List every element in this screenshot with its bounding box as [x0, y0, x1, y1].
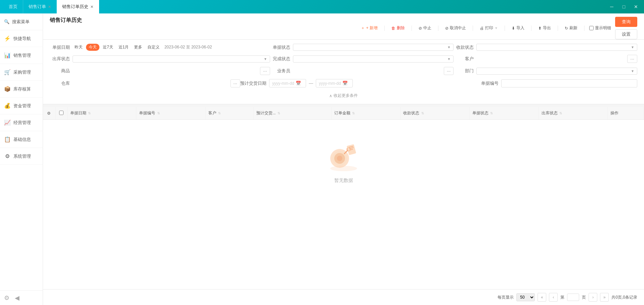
- sidebar-item-purchase-mgmt[interactable]: 🛒 采购管理: [0, 64, 43, 81]
- col-amount-sort[interactable]: ⇅: [352, 111, 355, 115]
- page-title: 销售订单历史: [50, 17, 82, 24]
- delete-btn[interactable]: 🗑 删除: [389, 24, 407, 32]
- doc-status-select[interactable]: ▼: [293, 44, 454, 51]
- tab-sales-order-history-label: 销售订单历史: [62, 4, 88, 10]
- window-max-btn[interactable]: □: [619, 2, 629, 11]
- col-no-sort[interactable]: ⇅: [157, 111, 160, 115]
- date-tab-today[interactable]: 今天: [86, 44, 99, 51]
- filter-row-4: 仓库 ··· 预计交货日期 yyyy-mm-dd 📅 — yyyy: [50, 79, 637, 87]
- col-date-sort[interactable]: ⇅: [88, 111, 91, 115]
- pagination-summary: 共0页,0条记录: [611, 295, 637, 300]
- table-area: ⚙ 单据日期 ⇅ 单据编号 ⇅: [43, 107, 644, 289]
- sidebar-item-finance-label: 资金管理: [13, 103, 31, 109]
- select-all-checkbox[interactable]: [59, 111, 63, 115]
- page-size-select[interactable]: 50 10 20 100: [516, 293, 535, 301]
- date-tab-more[interactable]: 更多: [132, 44, 144, 51]
- col-delivery-sort[interactable]: ⇅: [277, 111, 280, 115]
- query-btn[interactable]: 查询: [615, 17, 637, 27]
- tab-sales-order-history[interactable]: 销售订单历史 ✕: [57, 0, 99, 13]
- col-operation: 操作: [608, 107, 644, 120]
- filter-area: 单据日期 昨天 今天 近7天 近1月 更多 自定义 2023-06-02 至 2…: [43, 40, 644, 104]
- page-last-btn[interactable]: »: [600, 293, 609, 302]
- tab-home[interactable]: 首页: [3, 0, 23, 13]
- sidebar-item-quick-nav[interactable]: ⚡ 快捷导航: [0, 30, 43, 47]
- col-settings[interactable]: ⚙: [43, 107, 55, 120]
- col-payment-sort[interactable]: ⇅: [421, 111, 424, 115]
- settings-btn[interactable]: 设置: [615, 29, 637, 39]
- col-checkbox[interactable]: [55, 107, 67, 120]
- sidebar-collapse-icon[interactable]: ◀: [15, 294, 19, 302]
- sidebar-item-system[interactable]: ⚙ 系统管理: [0, 148, 43, 165]
- tab-sales-order[interactable]: 销售订单 ✕: [23, 0, 57, 13]
- sidebar-item-basic-info-label: 基础信息: [13, 137, 31, 143]
- warehouse-dots-btn[interactable]: ···: [230, 79, 241, 87]
- cancel-stop-btn[interactable]: ⊘ 取消中止: [443, 24, 468, 32]
- collapse-btn[interactable]: ∧ 收起更多条件: [328, 91, 359, 100]
- date-tab-yesterday[interactable]: 昨天: [73, 44, 85, 51]
- dept-caret: ▼: [631, 69, 634, 73]
- print-btn[interactable]: 🖨 打印 ▼: [478, 24, 500, 32]
- tab-sales-order-close[interactable]: ✕: [48, 5, 51, 9]
- order-no-label: 单据编号: [478, 80, 499, 86]
- show-detail-checkbox[interactable]: 显示明细: [589, 25, 611, 31]
- col-delivery-status-sort[interactable]: ⇅: [559, 111, 562, 115]
- filter-complete-status: 完成状态 ▼: [270, 55, 454, 63]
- page-first-btn[interactable]: «: [538, 293, 546, 302]
- date-tabs: 昨天 今天 近7天 近1月 更多 自定义: [73, 44, 162, 51]
- stop-btn[interactable]: ⊘ 中止: [417, 24, 433, 32]
- page-word: 页: [582, 295, 586, 300]
- empty-illustration: [324, 140, 364, 174]
- window-min-btn[interactable]: ─: [607, 2, 616, 11]
- page-header: 销售订单历史 ＋ + 新增 🗑 删除 ⊘ 中止: [43, 13, 644, 40]
- empty-state: 暂无数据: [43, 120, 644, 204]
- filter-row-3: 商品 ··· 业务员 ··· 部门 ▼: [50, 67, 637, 75]
- col-customer-sort[interactable]: ⇅: [218, 111, 221, 115]
- payment-status-select[interactable]: ▼: [476, 44, 637, 51]
- dept-select[interactable]: ▼: [476, 68, 637, 75]
- sidebar-search[interactable]: 🔍 搜索菜单: [0, 13, 43, 30]
- customer-control: ···: [476, 55, 637, 63]
- complete-status-select[interactable]: ▼: [293, 55, 454, 63]
- import-btn[interactable]: ⬇ 导入: [510, 24, 526, 32]
- delivery-date-to[interactable]: yyyy-mm-dd 📅: [316, 79, 353, 87]
- basic-info-icon: 📋: [4, 136, 11, 143]
- page-prev-btn[interactable]: ‹: [549, 293, 558, 302]
- sidebar-item-sales-mgmt[interactable]: 📊 销售管理: [0, 47, 43, 64]
- delivery-status-select[interactable]: ▼: [73, 55, 270, 63]
- customer-dots-btn[interactable]: ···: [627, 55, 637, 63]
- col-delivery-status: 出库状态 ⇅: [539, 107, 608, 120]
- delivery-date-label: 预计交货日期: [240, 80, 266, 86]
- date-tab-1month[interactable]: 近1月: [117, 44, 131, 51]
- order-no-input[interactable]: [501, 79, 637, 87]
- new-icon: ＋: [361, 25, 365, 31]
- sidebar-settings-icon[interactable]: ⚙: [4, 294, 9, 302]
- sidebar-item-inventory[interactable]: 📦 库存核算: [0, 81, 43, 98]
- filter-product: 商品 ···: [50, 67, 270, 75]
- page-input[interactable]: 1: [567, 294, 579, 301]
- export-btn[interactable]: ⬆ 导出: [536, 24, 553, 32]
- product-dots-btn[interactable]: ···: [260, 67, 270, 75]
- page-next-btn[interactable]: ›: [589, 293, 597, 302]
- delivery-date-control: yyyy-mm-dd 📅 — yyyy-mm-dd 📅: [269, 79, 478, 87]
- col-doc-sort[interactable]: ⇅: [490, 111, 493, 115]
- sidebar-item-purchase-mgmt-label: 采购管理: [13, 69, 31, 75]
- window-close-btn[interactable]: ✕: [631, 2, 641, 11]
- date-tab-custom[interactable]: 自定义: [145, 44, 162, 51]
- warehouse-control: ···: [73, 79, 240, 87]
- new-btn[interactable]: ＋ + 新增: [359, 24, 380, 32]
- sidebar-item-basic-info[interactable]: 📋 基础信息: [0, 131, 43, 148]
- search-icon: 🔍: [4, 19, 9, 24]
- sidebar-item-operation[interactable]: 📈 经营管理: [0, 114, 43, 131]
- sidebar-item-finance[interactable]: 💰 资金管理: [0, 98, 43, 114]
- salesperson-dots-btn[interactable]: ···: [444, 67, 454, 75]
- refresh-btn[interactable]: ↻ 刷新: [563, 24, 579, 32]
- show-detail-input[interactable]: [589, 26, 594, 30]
- tab-sales-order-history-close[interactable]: ✕: [90, 5, 93, 9]
- delivery-date-from[interactable]: yyyy-mm-dd 📅: [269, 79, 306, 87]
- date-tab-7days[interactable]: 近7天: [101, 44, 115, 51]
- delete-icon: 🗑: [391, 26, 395, 31]
- delivery-status-caret: ▼: [264, 57, 267, 61]
- payment-status-caret: ▼: [631, 45, 634, 49]
- date-dash: —: [307, 81, 314, 86]
- col-delivery: 预计交货... ⇅: [253, 107, 331, 120]
